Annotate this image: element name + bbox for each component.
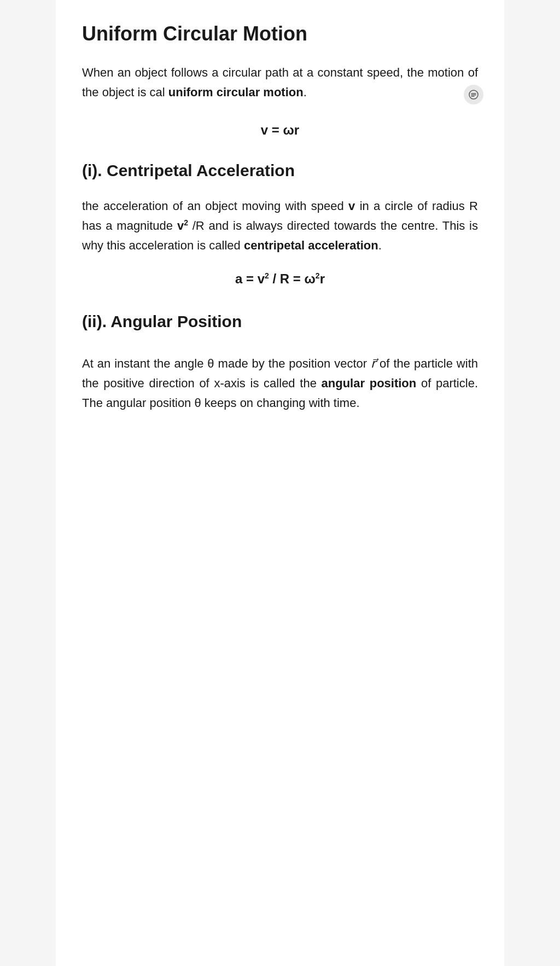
section-1-body: the acceleration of an object moving wit… <box>82 196 478 256</box>
section-2-body: At an instant the angle θ made by the po… <box>82 347 478 414</box>
formula-a-text: a = v2 / R = ω2r <box>235 271 325 286</box>
body-text-1: the acceleration of an object moving wit… <box>82 199 478 253</box>
section-1-title-text: (i). Centripetal Acceleration <box>82 161 295 179</box>
scroll-icon[interactable] <box>464 85 483 104</box>
intro-period: . <box>304 85 307 99</box>
section-2-title-text: (ii). Angular Position <box>82 312 242 330</box>
formula-v-text: v = ωr <box>261 123 299 137</box>
formula-v: v = ωr <box>82 123 478 138</box>
section-2-title: (ii). Angular Position <box>82 311 478 332</box>
intro-paragraph: When an object follows a circular path a… <box>82 63 478 103</box>
section-1-title: (i). Centripetal Acceleration <box>82 160 478 181</box>
body-text-2: At an instant the angle θ made by the po… <box>82 357 478 410</box>
intro-bold-text: uniform circular motion <box>168 85 304 99</box>
page-title: Uniform Circular Motion <box>82 22 478 45</box>
formula-a: a = v2 / R = ω2r <box>82 271 478 287</box>
page-container: Uniform Circular Motion When an object f… <box>56 0 504 966</box>
